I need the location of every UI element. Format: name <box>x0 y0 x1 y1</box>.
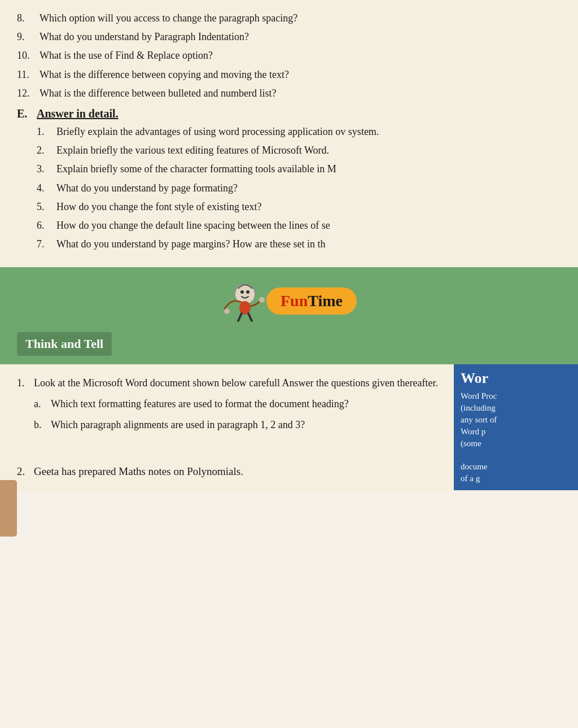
sub-text-a: Which text formatting features are used … <box>51 396 378 412</box>
fun-label-time: Time <box>308 292 343 309</box>
list-item: 11. What is the difference between copyi… <box>17 68 561 82</box>
svg-line-7 <box>248 313 252 321</box>
section-label: E. <box>17 107 37 120</box>
list-item: 4. What do you understand by page format… <box>37 181 561 195</box>
svg-point-2 <box>246 290 249 294</box>
answer-text: Briefly explain the advantages of using … <box>56 125 561 139</box>
list-item: 2. Explain briefly the various text edit… <box>37 143 561 158</box>
answer-text: Explain briefly some of the character fo… <box>56 162 561 176</box>
question-text: What is the use of Find & Replace option… <box>40 49 561 63</box>
list-item: 3. Explain briefly some of the character… <box>37 162 561 176</box>
side-box-line3: any sort of <box>461 415 497 424</box>
sub-label-b: b. <box>34 417 51 433</box>
side-box: Wor Word Proc (including any sort of Wor… <box>454 364 578 490</box>
fun-time-badge: FunTime <box>266 287 357 315</box>
answer-number: 1. <box>37 125 56 139</box>
answer-text: How do you change the default line spaci… <box>56 219 561 233</box>
sub-text-b: Which paragraph alignments are used in p… <box>51 417 378 433</box>
fun-label-fun: Fun <box>281 292 308 309</box>
question-number: 8. <box>17 11 40 25</box>
list-item: 6. How do you change the default line sp… <box>37 219 561 233</box>
answer-number: 3. <box>37 162 56 176</box>
list-item: 9. What do you understand by Paragraph I… <box>17 30 561 44</box>
question-number: 11. <box>17 68 40 82</box>
list-item: 1. Briefly explain the advantages of usi… <box>37 125 561 139</box>
question-list: 8. Which option will you access to chang… <box>17 11 561 101</box>
side-box-content2: docume of a g <box>461 461 571 485</box>
list-item: 12. What is the difference between bulle… <box>17 86 561 101</box>
svg-point-4 <box>259 297 265 303</box>
fun-time-label: FunTime <box>281 292 343 310</box>
answer-text: Explain briefly the various text editing… <box>56 143 561 158</box>
side-box-line5: (some <box>461 439 481 448</box>
answer-text: What do you understand by page margins? … <box>56 237 561 251</box>
fun-time-section: FunTime Think and Tell <box>0 267 578 364</box>
side-box-line6: docume <box>461 462 487 471</box>
think-tell-bar: Think and Tell <box>17 332 112 356</box>
question-number: 10. <box>17 49 40 63</box>
sub-label-a: a. <box>34 396 51 412</box>
side-box-line1: Word Proc <box>461 391 497 400</box>
answer-text: What do you understand by page formating… <box>56 181 561 195</box>
answer-number: 7. <box>37 237 56 251</box>
mascot-icon <box>221 278 266 324</box>
answer-text: How do you change the font style of exis… <box>56 200 561 214</box>
bottom-question-text: Geeta has prepared Maths notes on Polyno… <box>34 464 243 480</box>
main-content: 8. Which option will you access to chang… <box>0 0 578 267</box>
side-box-line2: (including <box>461 403 496 412</box>
list-item: 10. What is the use of Find & Replace op… <box>17 49 561 63</box>
question-text: What is the difference between bulleted … <box>40 86 561 101</box>
fun-question-num: 1. <box>17 376 34 438</box>
list-item: 5. How do you change the font style of e… <box>37 200 561 214</box>
think-tell-label: Think and Tell <box>25 337 103 351</box>
left-hand-decoration <box>0 480 17 537</box>
answer-list: 1. Briefly explain the advantages of usi… <box>37 125 561 251</box>
answer-number: 5. <box>37 200 56 214</box>
page: 8. Which option will you access to chang… <box>0 0 578 728</box>
fun-time-header: FunTime <box>17 278 561 324</box>
list-item: 8. Which option will you access to chang… <box>17 11 561 25</box>
list-item: 7. What do you understand by page margin… <box>37 237 561 251</box>
answer-number: 4. <box>37 181 56 195</box>
bottom-question-num: 2. <box>17 464 34 480</box>
question-text: What do you understand by Paragraph Inde… <box>40 30 561 44</box>
question-text: Which option will you access to change t… <box>40 11 561 25</box>
svg-point-1 <box>240 290 244 294</box>
answer-number: 2. <box>37 143 56 158</box>
section-title: Answer in detail. <box>37 107 119 120</box>
answer-number: 6. <box>37 219 56 233</box>
question-number: 9. <box>17 30 40 44</box>
question-number: 12. <box>17 86 40 101</box>
svg-line-6 <box>238 313 242 321</box>
side-box-content: Word Proc (including any sort of Word p … <box>461 390 571 450</box>
side-box-line4: Word p <box>461 427 485 436</box>
side-box-line7: of a g <box>461 474 480 483</box>
svg-point-3 <box>224 308 230 314</box>
fun-content-area: Wor Word Proc (including any sort of Wor… <box>0 364 578 458</box>
question-text: What is the difference between copying a… <box>40 68 561 82</box>
section-e-header: E. Answer in detail. <box>17 107 561 120</box>
side-box-title: Wor <box>461 370 571 387</box>
fun-question-text: Look at the Microsoft Word document show… <box>34 377 438 389</box>
